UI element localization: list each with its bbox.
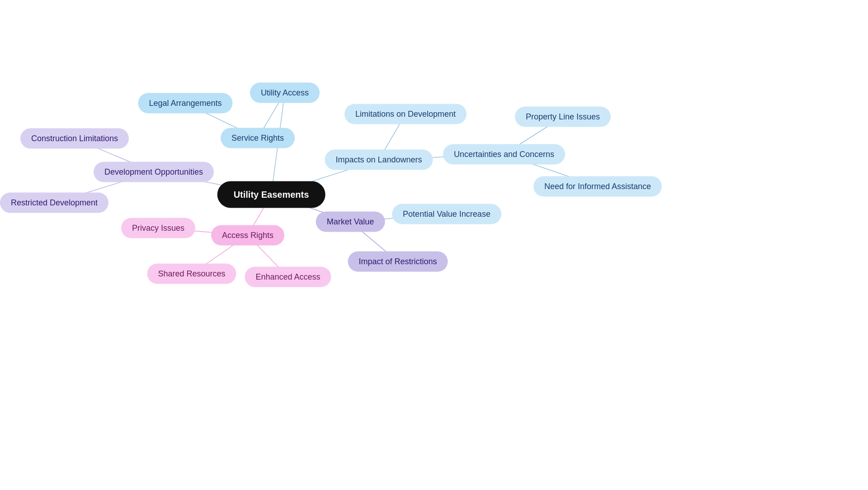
node-property-line-issues[interactable]: Property Line Issues (515, 107, 611, 127)
node-uncertainties-and-concerns[interactable]: Uncertainties and Concerns (443, 144, 565, 165)
node-construction-limitations[interactable]: Construction Limitations (20, 128, 129, 149)
node-privacy-issues[interactable]: Privacy Issues (121, 218, 195, 238)
mindmap-container: Utility EasementsUtility AccessService R… (0, 0, 868, 490)
node-legal-arrangements[interactable]: Legal Arrangements (138, 93, 232, 114)
node-access-rights[interactable]: Access Rights (211, 225, 284, 246)
node-limitations-on-development[interactable]: Limitations on Development (344, 104, 467, 124)
node-utility-access[interactable]: Utility Access (250, 83, 320, 103)
node-development-opportunities[interactable]: Development Opportunities (94, 162, 214, 182)
node-impacts-on-landowners[interactable]: Impacts on Landowners (325, 150, 433, 170)
node-market-value[interactable]: Market Value (316, 212, 385, 232)
node-potential-value-increase[interactable]: Potential Value Increase (392, 204, 501, 224)
node-need-for-informed-assistance[interactable]: Need for Informed Assistance (533, 176, 662, 197)
node-impact-of-restrictions[interactable]: Impact of Restrictions (348, 252, 448, 272)
node-shared-resources[interactable]: Shared Resources (147, 264, 236, 284)
node-service-rights[interactable]: Service Rights (221, 128, 295, 148)
node-center[interactable]: Utility Easements (217, 181, 326, 208)
node-restricted-development[interactable]: Restricted Development (0, 193, 108, 213)
node-enhanced-access[interactable]: Enhanced Access (245, 267, 331, 287)
connections-svg (0, 0, 868, 490)
